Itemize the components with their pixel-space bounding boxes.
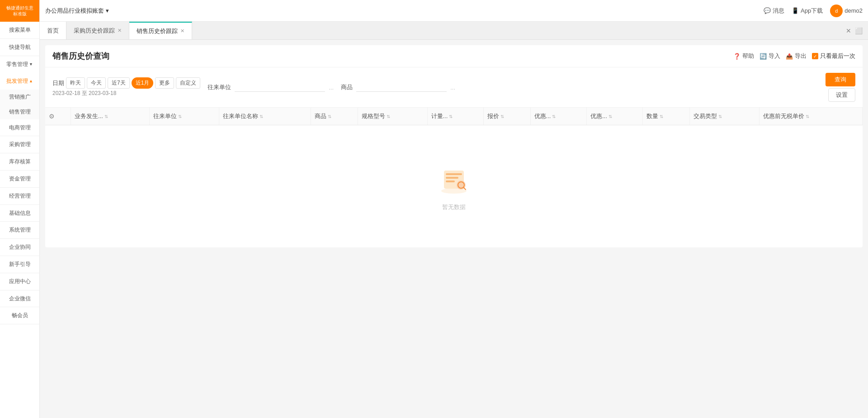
product-input[interactable] (356, 83, 447, 92)
col-spec-label: 规格型号 (362, 112, 385, 120)
sidebar-retail-caret: ▼ (29, 62, 33, 66)
sidebar-marketing[interactable]: 营销推广 (0, 90, 39, 104)
sidebar-inventory[interactable]: 库存核算 (0, 153, 39, 171)
empty-state: 暂无数据 (45, 125, 863, 247)
app-download-label: App下载 (801, 7, 823, 15)
topbar-actions: 💬 消息 📱 App下载 d demo2 (764, 5, 863, 17)
sidebar-operations[interactable]: 经营管理 (0, 188, 39, 205)
partner-ellipsis-btn[interactable]: ... (329, 84, 334, 91)
sidebar-enterprise-collab[interactable]: 企业协同 (0, 239, 39, 256)
col-unit[interactable]: 计量... ⇅ (427, 108, 483, 125)
date-yesterday[interactable]: 昨天 (66, 77, 85, 89)
col-biz-date[interactable]: 业务发生... ⇅ (71, 108, 150, 125)
sidebar-finance[interactable]: 资金管理 (0, 171, 39, 188)
username: demo2 (844, 7, 863, 14)
sidebar-system[interactable]: 系统管理 (0, 222, 39, 239)
import-icon: 🔄 (760, 53, 767, 60)
message-label: 消息 (773, 7, 784, 15)
sidebar-quick-nav[interactable]: 快捷导航 (0, 39, 39, 56)
col-discount2[interactable]: 优惠... ⇅ (587, 108, 643, 125)
product-ellipsis-btn[interactable]: ... (450, 84, 455, 91)
tab-purchase-history[interactable]: 采购历史价跟踪 ✕ (66, 22, 129, 39)
sidebar-wholesale-caret: ▲ (29, 79, 33, 83)
table-header-row: ⚙ 业务发生... ⇅ 往来单位 (45, 108, 863, 125)
content-area: 销售历史价查询 ❓ 帮助 🔄 导入 📤 导出 (40, 40, 868, 418)
sidebar-search-menu[interactable]: 搜索菜单 (0, 22, 39, 39)
avatar: d (830, 5, 843, 17)
sidebar-ecommerce[interactable]: 电商管理 (0, 119, 39, 137)
export-action[interactable]: 📤 导出 (786, 52, 807, 60)
date-7days[interactable]: 近7天 (108, 77, 130, 89)
date-today[interactable]: 今天 (87, 77, 106, 89)
sort-icon: ⇅ (328, 114, 331, 119)
col-spec[interactable]: 规格型号 ⇅ (358, 108, 427, 125)
svg-rect-2 (446, 173, 462, 175)
col-product-label: 商品 (315, 112, 326, 120)
col-quantity-label: 数量 (646, 112, 658, 120)
tab-spacer (192, 22, 840, 39)
col-biz-date-label: 业务发生... (75, 112, 103, 120)
tabbar: 首页 采购历史价跟踪 ✕ 销售历史价跟踪 ✕ ✕ ⬜ (40, 22, 868, 40)
sidebar-purchase[interactable]: 采购管理 (0, 136, 39, 153)
window-maximize-btn[interactable]: ⬜ (855, 27, 863, 34)
col-trade-type-label: 交易类型 (693, 112, 717, 120)
topbar: 办公用品行业模拟账套 ▾ 💬 消息 📱 App下载 d demo2 (40, 0, 868, 22)
partner-label: 往来单位 (208, 83, 231, 91)
col-product[interactable]: 商品 ⇅ (311, 108, 358, 125)
sort-icon: ⇅ (104, 114, 108, 119)
col-quote[interactable]: 报价 ⇅ (483, 108, 530, 125)
date-filter-group: 日期 昨天 今天 近7天 近1月 更多 自定义 2023-02-18 至 202… (52, 77, 200, 97)
date-range-display: 2023-02-18 至 2023-03-18 (52, 90, 200, 97)
sidebar-sales-mgmt[interactable]: 销售管理 (0, 104, 39, 119)
only-last-wrap[interactable]: ✓ 只看最后一次 (812, 52, 855, 60)
sidebar-membership[interactable]: 畅会员 (0, 307, 39, 324)
svg-rect-3 (446, 177, 458, 179)
tab-sales-history[interactable]: 销售历史价跟踪 ✕ (129, 22, 192, 39)
sidebar-app-center[interactable]: 应用中心 (0, 273, 39, 290)
sort-icon: ⇅ (552, 114, 556, 119)
settings-button[interactable]: 设置 (828, 88, 855, 102)
tab-home[interactable]: 首页 (40, 22, 66, 39)
window-close-btn[interactable]: ✕ (846, 27, 851, 34)
sort-icon: ⇅ (500, 114, 504, 119)
partner-filter-group: 往来单位 ... (208, 83, 334, 92)
col-trade-type[interactable]: 交易类型 ⇅ (690, 108, 760, 125)
col-partner-name[interactable]: 往来单位名称 ⇅ (219, 108, 311, 125)
workspace-selector[interactable]: 办公用品行业模拟账套 ▾ (45, 7, 109, 15)
tab-purchase-close[interactable]: ✕ (118, 28, 122, 33)
import-action[interactable]: 🔄 导入 (760, 52, 780, 60)
col-discount1[interactable]: 优惠... ⇅ (530, 108, 586, 125)
sidebar-wechat[interactable]: 企业微信 (0, 290, 39, 308)
help-action[interactable]: ❓ 帮助 (733, 52, 754, 60)
window-controls: ✕ ⬜ (840, 22, 868, 39)
date-1month[interactable]: 近1月 (132, 77, 154, 89)
export-label: 导出 (795, 52, 807, 60)
query-button[interactable]: 查询 (826, 73, 855, 86)
avatar-text: d (835, 8, 838, 14)
col-pretax-price-label: 优惠前无税单价 (763, 112, 804, 120)
date-more[interactable]: 更多 (155, 77, 174, 89)
sidebar-wholesale[interactable]: 批发管理 ▲ (0, 73, 39, 90)
user-profile[interactable]: d demo2 (830, 5, 863, 17)
tab-sales-close[interactable]: ✕ (180, 28, 184, 34)
sidebar-guide[interactable]: 新手引导 (0, 256, 39, 273)
workspace-dropdown-icon: ▾ (106, 7, 109, 14)
col-partner[interactable]: 往来单位 ⇅ (150, 108, 219, 125)
sidebar-basic-info[interactable]: 基础信息 (0, 205, 39, 222)
col-unit-label: 计量... (431, 112, 448, 120)
col-quantity[interactable]: 数量 ⇅ (643, 108, 690, 125)
main-area: 办公用品行业模拟账套 ▾ 💬 消息 📱 App下载 d demo2 首页 (40, 0, 868, 418)
date-buttons-row: 日期 昨天 今天 近7天 近1月 更多 自定义 (52, 77, 200, 89)
app-download-action[interactable]: 📱 App下载 (792, 7, 823, 15)
col-settings[interactable]: ⚙ (45, 108, 71, 125)
col-pretax-price[interactable]: 优惠前无税单价 ⇅ (759, 108, 862, 125)
sidebar-retail[interactable]: 零售管理 ▼ (0, 56, 39, 73)
page-title: 销售历史价查询 (52, 51, 733, 62)
help-label: 帮助 (742, 52, 754, 60)
date-custom[interactable]: 自定义 (176, 77, 200, 89)
filter-right-actions: 查询 设置 (826, 73, 855, 102)
sidebar-wholesale-label: 批发管理 (6, 77, 28, 85)
only-last-checkbox[interactable]: ✓ (812, 53, 818, 59)
message-action[interactable]: 💬 消息 (764, 7, 784, 15)
partner-input[interactable] (235, 83, 325, 92)
